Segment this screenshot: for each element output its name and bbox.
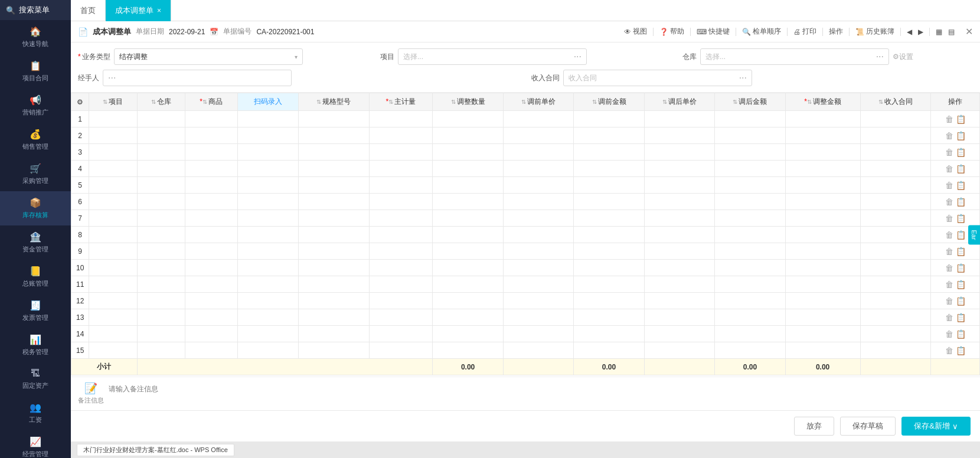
table-cell[interactable]	[137, 177, 185, 194]
table-cell[interactable]	[89, 276, 137, 293]
table-cell[interactable]	[237, 293, 299, 309]
table-cell[interactable]	[237, 144, 299, 161]
table-cell[interactable]	[89, 243, 137, 260]
copy-icon[interactable]: 📋	[956, 329, 966, 339]
table-cell[interactable]	[433, 260, 503, 276]
layout1-btn[interactable]: ▦	[936, 28, 942, 36]
table-cell[interactable]	[137, 243, 185, 260]
copy-icon[interactable]: 📋	[956, 313, 966, 322]
table-cell[interactable]	[369, 194, 433, 210]
table-cell[interactable]	[137, 161, 185, 177]
table-cell[interactable]	[785, 260, 860, 276]
table-cell[interactable]	[137, 127, 185, 144]
table-cell[interactable]	[860, 309, 930, 326]
table-cell[interactable]	[89, 177, 137, 194]
table-cell[interactable]	[785, 144, 860, 161]
copy-icon[interactable]: 📋	[956, 280, 966, 289]
table-cell[interactable]	[715, 227, 785, 243]
table-cell[interactable]	[369, 111, 433, 127]
table-cell[interactable]	[715, 210, 785, 227]
table-cell[interactable]	[89, 194, 137, 210]
table-cell[interactable]	[185, 194, 237, 210]
table-cell[interactable]	[503, 144, 573, 161]
table-cell[interactable]	[185, 177, 237, 194]
table-cell[interactable]	[433, 309, 503, 326]
table-row[interactable]: 10🗑📋	[71, 260, 980, 276]
copy-icon[interactable]: 📋	[956, 230, 966, 240]
table-cell[interactable]	[503, 276, 573, 293]
table-cell[interactable]	[299, 260, 369, 276]
table-cell[interactable]	[433, 276, 503, 293]
table-cell[interactable]	[433, 194, 503, 210]
table-cell[interactable]	[574, 161, 644, 177]
table-row[interactable]: 5🗑📋	[71, 177, 980, 194]
table-cell[interactable]	[299, 194, 369, 210]
table-cell[interactable]	[185, 243, 237, 260]
sidebar-item-sales-mgmt[interactable]: 💰 销售管理	[0, 123, 71, 157]
table-row[interactable]: 15🗑📋	[71, 342, 980, 359]
table-cell[interactable]	[715, 144, 785, 161]
table-cell[interactable]	[715, 161, 785, 177]
table-cell[interactable]	[860, 293, 930, 309]
table-row[interactable]: 3🗑📋	[71, 144, 980, 161]
table-cell[interactable]	[785, 161, 860, 177]
copy-icon[interactable]: 📋	[956, 181, 966, 190]
table-cell[interactable]	[89, 293, 137, 309]
table-cell[interactable]	[369, 326, 433, 342]
table-row[interactable]: 13🗑📋	[71, 309, 980, 326]
table-cell[interactable]	[137, 342, 185, 359]
delete-icon[interactable]: 🗑	[945, 230, 953, 240]
copy-icon[interactable]: 📋	[956, 296, 966, 306]
table-cell[interactable]	[185, 161, 237, 177]
table-cell[interactable]	[369, 227, 433, 243]
table-cell[interactable]	[137, 326, 185, 342]
table-cell[interactable]	[89, 342, 137, 359]
table-cell[interactable]	[237, 127, 299, 144]
table-cell[interactable]	[503, 177, 573, 194]
delete-icon[interactable]: 🗑	[945, 247, 953, 256]
table-cell[interactable]	[237, 326, 299, 342]
sidebar-item-payroll[interactable]: 👥 工资	[0, 396, 71, 430]
table-row[interactable]: 11🗑📋	[71, 276, 980, 293]
table-cell[interactable]	[785, 194, 860, 210]
sidebar-item-funds[interactable]: 🏦 资金管理	[0, 225, 71, 260]
table-cell[interactable]	[237, 194, 299, 210]
sidebar-item-inventory[interactable]: 📦 库存核算	[0, 191, 71, 225]
delete-icon[interactable]: 🗑	[945, 313, 953, 322]
delete-icon[interactable]: 🗑	[945, 148, 953, 157]
copy-icon[interactable]: 📋	[956, 164, 966, 174]
table-cell[interactable]	[503, 293, 573, 309]
table-cell[interactable]	[137, 276, 185, 293]
table-cell[interactable]	[715, 260, 785, 276]
table-cell[interactable]	[503, 111, 573, 127]
warehouse-input[interactable]: 选择... ···	[700, 48, 889, 65]
abandon-button[interactable]: 放弃	[794, 417, 834, 436]
table-cell[interactable]	[137, 227, 185, 243]
table-cell[interactable]	[299, 309, 369, 326]
table-cell[interactable]	[369, 276, 433, 293]
table-cell[interactable]	[644, 144, 714, 161]
delete-icon[interactable]: 🗑	[945, 131, 953, 140]
table-cell[interactable]	[369, 260, 433, 276]
table-cell[interactable]	[644, 177, 714, 194]
table-cell[interactable]	[137, 210, 185, 227]
table-cell[interactable]	[715, 293, 785, 309]
table-cell[interactable]	[503, 127, 573, 144]
sidebar-item-tax[interactable]: 📊 税务管理	[0, 328, 71, 362]
table-cell[interactable]	[237, 210, 299, 227]
print-btn[interactable]: 🖨 打印	[793, 27, 816, 37]
income-contract-input[interactable]: 收入合同 ···	[563, 70, 752, 86]
table-cell[interactable]	[785, 293, 860, 309]
table-cell[interactable]	[299, 227, 369, 243]
save-new-button[interactable]: 保存&新增 ∨	[901, 417, 971, 436]
sidebar-item-sales-promo[interactable]: 📢 营销推广	[0, 89, 71, 123]
table-cell[interactable]	[433, 161, 503, 177]
table-cell[interactable]	[503, 342, 573, 359]
table-row[interactable]: 7🗑📋	[71, 210, 980, 227]
shortcut-btn[interactable]: ⌨ 快捷键	[697, 27, 730, 37]
nav-prev-btn[interactable]: ◀	[907, 28, 912, 36]
table-cell[interactable]	[369, 243, 433, 260]
table-cell[interactable]	[299, 342, 369, 359]
table-cell[interactable]	[574, 144, 644, 161]
table-cell[interactable]	[860, 210, 930, 227]
